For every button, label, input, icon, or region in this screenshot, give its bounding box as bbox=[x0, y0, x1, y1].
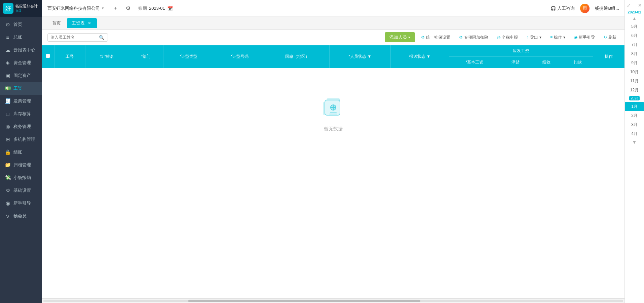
calendar-prev-button[interactable]: ▲ bbox=[631, 15, 638, 22]
salary-icon: 💵 bbox=[5, 85, 11, 91]
tax-label: 个税申报 bbox=[502, 35, 518, 40]
sidebar-item-label: 云报表中心 bbox=[13, 47, 35, 53]
calendar-month-3[interactable]: 3月 bbox=[625, 120, 644, 129]
sidebar-item-salary[interactable]: 💵 工资 bbox=[0, 82, 42, 95]
multi-icon: ⊞ bbox=[5, 136, 11, 142]
empty-text: 暂无数据 bbox=[324, 126, 343, 132]
calendar-icon[interactable]: 📅 bbox=[167, 6, 173, 11]
calendar-month-10[interactable]: 10月 bbox=[625, 68, 644, 77]
user-name[interactable]: 畅捷通B组... bbox=[595, 5, 619, 11]
app-logo: 好 畅应通好会计 旗版 bbox=[0, 0, 42, 17]
sidebar-item-label: 多机构管理 bbox=[13, 136, 35, 142]
operate-button[interactable]: ≡ 操作 ▾ bbox=[547, 33, 568, 42]
add-company-button[interactable]: ＋ bbox=[111, 4, 120, 13]
add-person-label: 添加人员 bbox=[389, 34, 407, 40]
headset-icon: 🎧 bbox=[551, 6, 556, 11]
th-status[interactable]: *人员状态 ▼ bbox=[329, 45, 391, 68]
cloud-icon: ☁ bbox=[5, 47, 11, 53]
add-person-button[interactable]: 添加人员 ▾ bbox=[385, 32, 415, 42]
calendar-month-9[interactable]: 9月 bbox=[625, 58, 644, 68]
toolbar: 🔍 添加人员 ▾ ⚙ 统一社保设置 ⚙ 专项附加扣除 ◎ 个税申报 ↑ 导出 ▾… bbox=[42, 30, 624, 45]
th-checkbox[interactable] bbox=[42, 45, 54, 68]
member-icon: V bbox=[5, 213, 11, 219]
panel-close-icon[interactable]: ✕ bbox=[638, 3, 642, 8]
calendar-month-11[interactable]: 11月 bbox=[625, 77, 644, 86]
company-selector[interactable]: 西安虾米网络科技有限公司 ▾ bbox=[47, 5, 104, 11]
account-period: 账期 2023-01 📅 bbox=[138, 5, 173, 11]
sidebar-item-label: 结账 bbox=[13, 149, 22, 155]
calendar-month-12[interactable]: 12月 bbox=[625, 86, 644, 95]
sidebar-item-asset[interactable]: ▣ 固定资产 bbox=[0, 69, 42, 82]
th-allowance: 津贴 bbox=[500, 57, 531, 68]
support-button[interactable]: 🎧 人工咨询 bbox=[551, 5, 575, 11]
chevron-down-icon: ▾ bbox=[539, 35, 541, 40]
export-button[interactable]: ↑ 导出 ▾ bbox=[524, 33, 544, 42]
sidebar-item-label: 基础设置 bbox=[13, 187, 31, 193]
svg-rect-7 bbox=[329, 114, 337, 115]
guide-button[interactable]: ◉ 新手引导 bbox=[571, 33, 598, 42]
calendar-month-6[interactable]: 6月 bbox=[625, 31, 644, 40]
right-panel: ⤢ ✕ 2023-01 ▲ 5月 6月 7月 8月 9月 10月 11月 12月… bbox=[624, 0, 644, 303]
sidebar-item-label: 小畅报销 bbox=[13, 175, 31, 181]
tab-bar: 首页 工资表 ✕ bbox=[42, 17, 624, 30]
sidebar-item-archive[interactable]: 📁 归档管理 bbox=[0, 159, 42, 171]
sidebar-item-label: 畅会员 bbox=[13, 213, 27, 219]
archive-icon: 📁 bbox=[5, 162, 11, 168]
calendar-month-8[interactable]: 8月 bbox=[625, 49, 644, 58]
scrollbar-thumb[interactable] bbox=[188, 300, 420, 302]
refresh-button[interactable]: ↻ 刷新 bbox=[601, 33, 619, 42]
sidebar-item-member[interactable]: V 畅会员 bbox=[0, 210, 42, 222]
tab-close-icon[interactable]: ✕ bbox=[87, 20, 92, 26]
year-badge: 2023 bbox=[629, 96, 639, 100]
scrollbar-track bbox=[43, 300, 623, 302]
sidebar-item-fund[interactable]: ◈ 资金管理 bbox=[0, 56, 42, 69]
th-dept: *部门 bbox=[129, 45, 163, 68]
tab-home[interactable]: 首页 bbox=[47, 18, 66, 28]
sidebar-item-close[interactable]: 🔒 结账 bbox=[0, 146, 42, 159]
top-header: 西安虾米网络科技有限公司 ▾ ＋ ⚙ 账期 2023-01 📅 🎧 人工咨询 用… bbox=[42, 0, 624, 17]
sidebar-item-tax[interactable]: ◎ 税务管理 bbox=[0, 120, 42, 133]
calendar-month-1[interactable]: 1月 bbox=[625, 102, 644, 111]
bottom-scrollbar[interactable] bbox=[42, 298, 624, 303]
select-all-checkbox[interactable] bbox=[46, 54, 50, 58]
sidebar-item-invoice[interactable]: 🧾 发票管理 bbox=[0, 95, 42, 107]
tab-home-label: 首页 bbox=[52, 20, 61, 26]
tax-report-button[interactable]: ◎ 个税申报 bbox=[494, 33, 521, 42]
salary-table: 工号 ⇅ *姓名 *部门 *证型类型 *证型号码 国籍（地区） *人员状态 ▼ … bbox=[42, 45, 624, 159]
search-input[interactable] bbox=[50, 35, 98, 40]
sidebar-item-expense[interactable]: 💸 小畅报销 bbox=[0, 171, 42, 184]
guide-icon: ◉ bbox=[5, 200, 11, 206]
ledger-icon: ≡ bbox=[5, 35, 11, 40]
close-lock-icon: 🔒 bbox=[5, 149, 11, 155]
special-deduct-button[interactable]: ⚙ 专项附加扣除 bbox=[456, 33, 491, 42]
panel-expand-icon[interactable]: ⤢ bbox=[627, 3, 631, 8]
th-name[interactable]: ⇅ *姓名 bbox=[85, 45, 129, 68]
th-performance: 绩效 bbox=[531, 57, 562, 68]
sidebar-item-home[interactable]: ⊙ 首页 bbox=[0, 18, 42, 31]
tab-salary[interactable]: 工资表 ✕ bbox=[67, 18, 97, 28]
sidebar-nav: ⊙ 首页 ≡ 总账 ☁ 云报表中心 ◈ 资金管理 ▣ 固定资产 💵 工资 🧾 发… bbox=[0, 17, 42, 303]
operate-icon: ≡ bbox=[550, 35, 553, 40]
sidebar-item-multi[interactable]: ⊞ 多机构管理 bbox=[0, 133, 42, 146]
sidebar-item-cloud[interactable]: ☁ 云报表中心 bbox=[0, 44, 42, 56]
empty-icon bbox=[320, 95, 347, 122]
refresh-icon: ↻ bbox=[604, 35, 607, 40]
settings-button[interactable]: ⚙ bbox=[123, 4, 133, 13]
sidebar-item-ledger[interactable]: ≡ 总账 bbox=[0, 31, 42, 44]
logo-icon: 好 bbox=[3, 3, 13, 14]
calendar-month-7[interactable]: 7月 bbox=[625, 40, 644, 49]
calendar-month-2[interactable]: 2月 bbox=[625, 111, 644, 120]
period-value: 2023-01 bbox=[149, 6, 165, 11]
calendar-next-button[interactable]: ▼ bbox=[631, 138, 638, 146]
home-icon: ⊙ bbox=[5, 21, 11, 28]
calendar-month-5[interactable]: 5月 bbox=[625, 22, 644, 31]
expense-icon: 💸 bbox=[5, 175, 11, 181]
export-label: 导出 bbox=[530, 35, 538, 40]
calendar-month-4[interactable]: 4月 bbox=[625, 129, 644, 138]
th-report-status[interactable]: 报送状态 ▼ bbox=[391, 45, 449, 68]
sidebar-item-settings[interactable]: ⚙ 基础设置 bbox=[0, 184, 42, 197]
sidebar-item-guide[interactable]: ◉ 新手引导 bbox=[0, 197, 42, 210]
sidebar-item-inventory[interactable]: □ 库存核算 bbox=[0, 107, 42, 120]
social-settings-button[interactable]: ⚙ 统一社保设置 bbox=[418, 33, 453, 42]
svg-rect-6 bbox=[330, 112, 337, 113]
